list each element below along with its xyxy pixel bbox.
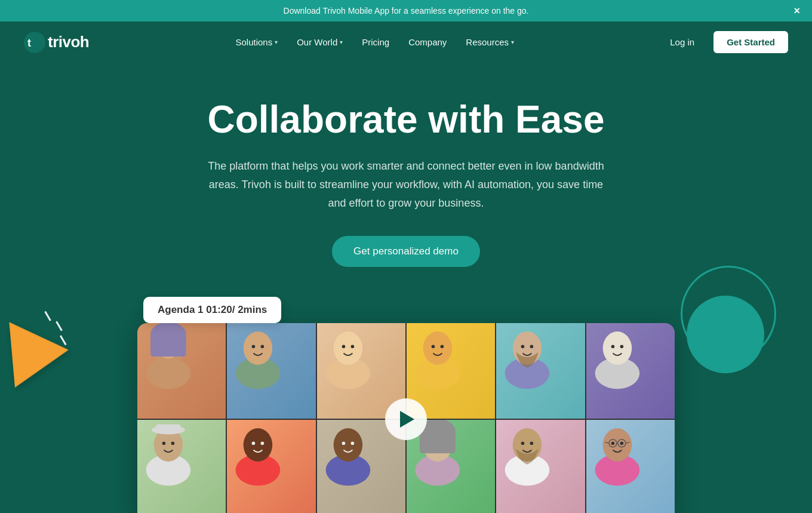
- video-grid-container: [137, 323, 675, 513]
- nav-item-pricing[interactable]: Pricing: [355, 32, 396, 52]
- svg-point-27: [611, 345, 614, 349]
- participant-cell-8: [227, 420, 315, 513]
- svg-point-10: [244, 331, 273, 365]
- hero-media: Agenda 1 01:20/ 2mins: [137, 297, 675, 513]
- chevron-down-icon: ▾: [511, 39, 514, 45]
- announcement-text: Download Trivoh Mobile App for a seamles…: [284, 6, 529, 16]
- nav-item-resources[interactable]: Resources ▾: [459, 32, 521, 52]
- logo[interactable]: t trivoh: [24, 32, 89, 53]
- participant-cell-11: [496, 420, 585, 513]
- svg-point-38: [261, 442, 264, 446]
- nav-item-company[interactable]: Company: [401, 32, 454, 52]
- chevron-down-icon: ▾: [340, 39, 343, 45]
- hero-title: Collaborate with Ease: [207, 99, 604, 140]
- navbar: t trivoh Solutions ▾ Our World ▾ Pricing…: [0, 21, 812, 63]
- svg-point-28: [620, 345, 623, 349]
- logo-icon: t: [24, 32, 45, 53]
- nav-link-solutions[interactable]: Solutions ▾: [228, 32, 285, 52]
- chevron-down-icon: ▾: [275, 39, 278, 45]
- svg-point-51: [521, 442, 525, 446]
- hero-section: Collaborate with Ease The platform that …: [0, 63, 812, 513]
- svg-point-15: [342, 345, 345, 349]
- svg-point-40: [333, 428, 362, 462]
- nav-item-solutions[interactable]: Solutions ▾: [228, 32, 285, 52]
- svg-point-54: [602, 428, 632, 462]
- participant-cell-1: [137, 323, 226, 419]
- participant-cell-12: [586, 420, 675, 513]
- participant-cell-7: [137, 420, 226, 513]
- svg-point-3: [146, 358, 191, 389]
- announcement-bar: Download Trivoh Mobile App for a seamles…: [0, 0, 812, 21]
- svg-point-16: [350, 345, 354, 349]
- login-button[interactable]: Log in: [660, 32, 704, 52]
- decorative-circle-outline: [681, 266, 776, 361]
- svg-point-26: [602, 331, 632, 365]
- participant-cell-2: [227, 323, 315, 419]
- svg-rect-8: [150, 334, 186, 357]
- nav-item-our-world[interactable]: Our World ▾: [290, 32, 350, 52]
- demo-button[interactable]: Get personalized demo: [332, 236, 480, 267]
- navbar-actions: Log in Get Started: [660, 31, 788, 53]
- agenda-badge: Agenda 1 01:20/ 2mins: [143, 297, 281, 323]
- nav-link-our-world[interactable]: Our World ▾: [290, 32, 350, 52]
- participant-cell-6: [586, 323, 675, 419]
- nav-menu: Solutions ▾ Our World ▾ Pricing Company …: [228, 32, 521, 52]
- svg-rect-34: [156, 425, 180, 432]
- svg-point-56: [620, 442, 623, 446]
- svg-point-32: [171, 442, 175, 446]
- nav-link-resources[interactable]: Resources ▾: [459, 32, 521, 52]
- svg-point-23: [521, 345, 525, 349]
- svg-point-36: [244, 428, 273, 462]
- svg-point-14: [333, 331, 362, 365]
- svg-point-52: [530, 442, 534, 446]
- decorative-triangle: [12, 320, 69, 385]
- svg-point-24: [530, 345, 534, 349]
- svg-point-42: [350, 442, 354, 446]
- svg-point-37: [252, 442, 256, 446]
- video-play-button[interactable]: [385, 398, 427, 440]
- svg-point-12: [261, 345, 264, 349]
- svg-point-18: [423, 331, 453, 365]
- svg-point-19: [432, 345, 435, 349]
- nav-link-pricing[interactable]: Pricing: [355, 32, 396, 52]
- svg-point-41: [342, 442, 345, 446]
- get-started-button[interactable]: Get Started: [713, 31, 788, 53]
- svg-point-11: [252, 345, 256, 349]
- nav-link-company[interactable]: Company: [401, 32, 454, 52]
- participant-cell-5: [496, 323, 585, 419]
- svg-point-20: [441, 345, 444, 349]
- announcement-close-button[interactable]: ×: [793, 5, 800, 16]
- svg-point-31: [162, 442, 166, 446]
- logo-text: trivoh: [48, 33, 89, 51]
- svg-point-55: [611, 442, 614, 446]
- svg-text:t: t: [27, 37, 31, 49]
- hero-subtitle: The platform that helps you work smarter…: [203, 157, 609, 212]
